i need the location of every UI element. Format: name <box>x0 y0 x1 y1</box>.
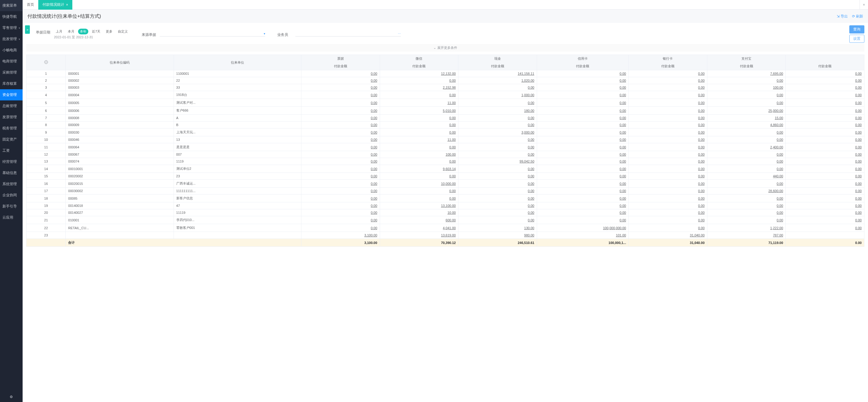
cell-amount[interactable]: 0.00 <box>380 188 458 195</box>
table-row[interactable]: 5000005测试客户对...0.0011.000.000.000.000.00… <box>27 99 864 107</box>
cell-amount[interactable]: 0.00 <box>707 209 786 216</box>
cell-amount[interactable]: 0.00 <box>786 173 864 180</box>
cell-amount[interactable]: 0.00 <box>301 107 380 115</box>
refresh-button[interactable]: ⟳ 刷新 <box>852 14 863 19</box>
cell-amount[interactable]: 0.00 <box>301 84 380 91</box>
query-button[interactable]: 查询 <box>849 25 864 33</box>
cell-amount[interactable]: 130.00 <box>458 224 537 232</box>
cell-amount[interactable]: 0.00 <box>629 84 707 91</box>
cell-amount[interactable]: 3,000.00 <box>458 128 537 136</box>
cell-amount[interactable]: 0.00 <box>786 158 864 165</box>
cell-amount[interactable]: 0.00 <box>629 173 707 180</box>
col-group[interactable]: 信用卡 <box>537 55 628 63</box>
cell-amount[interactable]: 787.00 <box>707 232 786 239</box>
cell-amount[interactable]: 1,020.00 <box>458 77 537 84</box>
sidebar-item[interactable]: 小畅电商 <box>0 45 23 56</box>
cell-amount[interactable]: 0.00 <box>786 151 864 158</box>
table-row[interactable]: 1800085新客户信息0.000.000.000.000.000.000.00 <box>27 195 864 202</box>
sidebar-item[interactable]: 资金管理 <box>0 89 23 100</box>
source-select[interactable]: ▾ <box>160 31 265 36</box>
cell-amount[interactable]: 0.00 <box>537 77 628 84</box>
table-row[interactable]: 1300007411190.000.0099,042.500.000.000.0… <box>27 158 864 165</box>
cell-amount[interactable]: 0.00 <box>786 77 864 84</box>
cell-amount[interactable]: 0.00 <box>629 128 707 136</box>
cell-amount[interactable]: 0.00 <box>458 143 537 151</box>
cell-amount[interactable]: 0.00 <box>301 70 380 77</box>
cell-amount[interactable]: 0.00 <box>537 91 628 99</box>
cell-amount[interactable]: 0.00 <box>707 158 786 165</box>
cell-amount[interactable]: 180.00 <box>458 107 537 115</box>
cell-amount[interactable]: 1,222.00 <box>707 224 786 232</box>
cell-amount[interactable]: 0.00 <box>786 91 864 99</box>
cell-amount[interactable]: 4,860.00 <box>707 121 786 128</box>
cell-amount[interactable]: 0.00 <box>629 188 707 195</box>
cell-amount[interactable]: 0.00 <box>537 173 628 180</box>
cell-amount[interactable]: 0.00 <box>301 216 380 224</box>
cell-amount[interactable] <box>786 232 864 239</box>
cell-amount[interactable]: 0.00 <box>301 188 380 195</box>
cell-amount[interactable]: 0.00 <box>537 180 628 188</box>
cell-amount[interactable]: 0.00 <box>301 99 380 107</box>
col-group[interactable]: 微信 <box>380 55 458 63</box>
cell-amount[interactable]: 12,132.00 <box>380 70 458 77</box>
cell-amount[interactable]: 0.00 <box>301 77 380 84</box>
cell-amount[interactable]: 0.00 <box>537 143 628 151</box>
cell-amount[interactable]: 0.00 <box>458 99 537 107</box>
cell-amount[interactable]: 0.00 <box>458 209 537 216</box>
sidebar-item[interactable]: 搜索菜单 <box>0 0 23 11</box>
cell-amount[interactable]: 980.00 <box>458 232 537 239</box>
cell-amount[interactable]: 0.00 <box>380 128 458 136</box>
col-group[interactable]: 现金 <box>458 55 537 63</box>
cell-amount[interactable]: 100.00 <box>707 84 786 91</box>
cell-amount[interactable]: 0.00 <box>629 209 707 216</box>
table-row[interactable]: 4000004191B台0.000.001,000.000.000.000.00… <box>27 91 864 99</box>
export-button[interactable]: ⇲ 导出 <box>837 14 848 19</box>
cell-amount[interactable]: 0.00 <box>537 128 628 136</box>
cell-amount[interactable]: 0.00 <box>537 70 628 77</box>
cell-amount[interactable]: 5,010.00 <box>380 107 458 115</box>
cell-amount[interactable]: 0.00 <box>537 151 628 158</box>
col-sub[interactable]: 付款金额 <box>707 62 786 70</box>
cell-amount[interactable]: 1,000.00 <box>458 91 537 99</box>
cell-amount[interactable]: 100,000,000.00 <box>537 224 628 232</box>
cell-amount[interactable]: 11.00 <box>380 99 458 107</box>
col-sub[interactable]: 付款金额 <box>301 62 380 70</box>
sidebar-item[interactable]: 经营管理 <box>0 156 23 167</box>
cell-amount[interactable]: 0.00 <box>458 180 537 188</box>
cell-amount[interactable]: 0.00 <box>301 158 380 165</box>
table-row[interactable]: 8000009B0.000.000.000.000.004,860.000.00 <box>27 121 864 128</box>
table-row[interactable]: 3000003330.002,152.980.000.000.00100.000… <box>27 84 864 91</box>
cell-amount[interactable]: 28,600.00 <box>707 188 786 195</box>
cell-amount[interactable]: 0.00 <box>629 195 707 202</box>
cell-amount[interactable]: 0.00 <box>629 115 707 121</box>
table-row[interactable]: 7000008A0.000.000.000.000.0015.000.00 <box>27 115 864 121</box>
cell-amount[interactable]: 0.00 <box>629 165 707 173</box>
tab-payment-stats[interactable]: 付款情况统计 × <box>38 0 72 10</box>
sidebar-item[interactable]: 库存核算 <box>0 78 23 89</box>
cell-amount[interactable]: 440.00 <box>707 173 786 180</box>
table-row[interactable]: 100000111000010.0012,132.00141,158.110.0… <box>27 70 864 77</box>
table-row[interactable]: 1900140018470.0013,100.000.000.000.000.0… <box>27 202 864 209</box>
cell-amount[interactable]: 0.00 <box>458 136 537 143</box>
table-row[interactable]: 10000046130.0011.000.000.000.000.000.00 <box>27 136 864 143</box>
cell-amount[interactable]: 0.00 <box>629 99 707 107</box>
sidebar-item[interactable]: 固定资产 <box>0 134 23 145</box>
cell-amount[interactable]: 0.00 <box>786 224 864 232</box>
cell-amount[interactable]: 0.00 <box>707 77 786 84</box>
sidebar-item[interactable]: 云应用 <box>0 212 23 223</box>
cell-amount[interactable]: 0.00 <box>301 224 380 232</box>
cell-amount[interactable]: 7,695.00 <box>707 70 786 77</box>
sidebar-item[interactable]: 零售管理▾ <box>0 22 23 33</box>
cell-amount[interactable]: 141,158.11 <box>458 70 537 77</box>
cell-amount[interactable]: 0.00 <box>786 165 864 173</box>
cell-amount[interactable]: 101.00 <box>537 232 628 239</box>
col-group[interactable]: 银行卡 <box>629 55 707 63</box>
cell-amount[interactable]: 0.00 <box>707 165 786 173</box>
close-icon[interactable]: × <box>66 3 68 7</box>
cell-amount[interactable]: 99,042.50 <box>458 158 537 165</box>
cell-amount[interactable]: 0.00 <box>629 121 707 128</box>
cell-amount[interactable]: 0.00 <box>301 121 380 128</box>
cell-amount[interactable]: 0.00 <box>301 195 380 202</box>
cell-amount[interactable]: 0.00 <box>458 216 537 224</box>
cell-amount[interactable]: 0.00 <box>537 209 628 216</box>
